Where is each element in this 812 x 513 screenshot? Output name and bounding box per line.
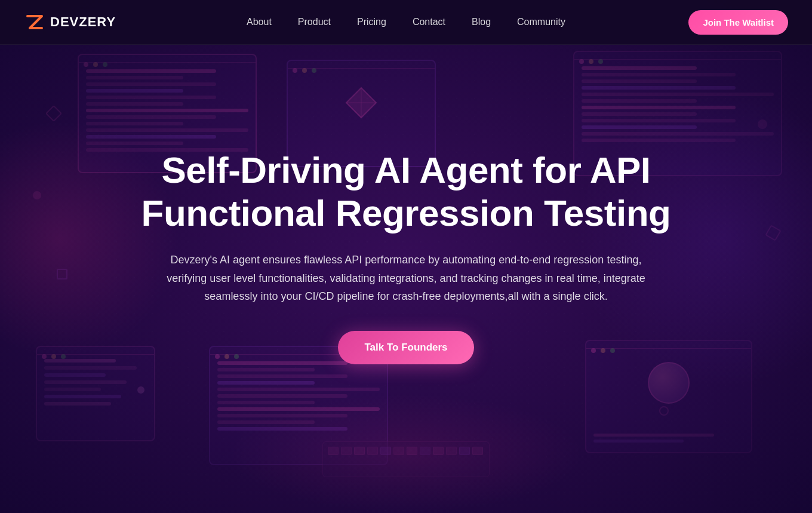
nav-blog[interactable]: Blog <box>461 12 502 32</box>
talk-to-founders-button[interactable]: Talk To Founders <box>338 331 473 364</box>
glow-bottom <box>227 394 585 513</box>
nav-pricing[interactable]: Pricing <box>346 12 397 32</box>
nav-about[interactable]: About <box>236 12 282 32</box>
hero-title: Self-Driving AI Agent for API Functional… <box>137 149 675 234</box>
logo[interactable]: DEVZERY <box>24 11 116 33</box>
logo-icon <box>24 11 45 33</box>
logo-text: DEVZERY <box>50 14 116 30</box>
hero-subtitle: Devzery's AI agent ensures flawless API … <box>149 251 663 306</box>
hero-section: Self-Driving AI Agent for API Functional… <box>0 0 812 513</box>
hero-content: Self-Driving AI Agent for API Functional… <box>137 149 675 364</box>
nav-product[interactable]: Product <box>287 12 342 32</box>
nav-links: About Product Pricing Contact Blog Commu… <box>236 12 576 32</box>
navbar: DEVZERY About Product Pricing Contact Bl… <box>0 0 812 45</box>
nav-community[interactable]: Community <box>506 12 576 32</box>
nav-contact[interactable]: Contact <box>402 12 456 32</box>
join-waitlist-button[interactable]: Join The Waitlist <box>688 10 788 35</box>
